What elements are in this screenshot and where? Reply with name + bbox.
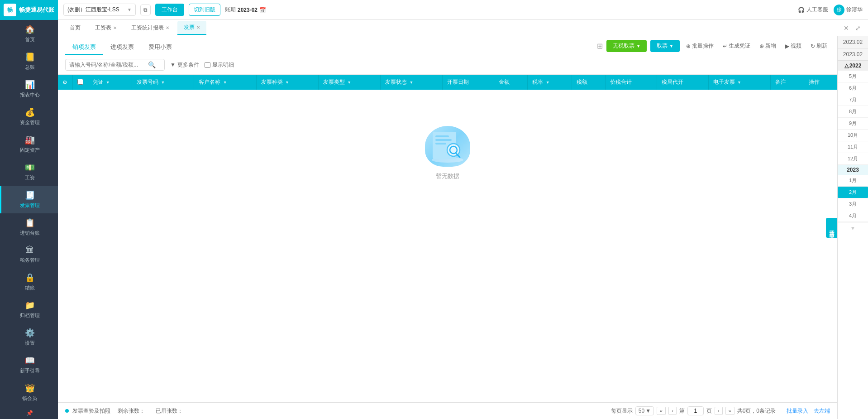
batch-op-button[interactable]: ⊕ 批量操作 bbox=[683, 40, 716, 52]
invoice-status-filter-icon[interactable]: ▼ bbox=[410, 80, 414, 85]
show-detail-checkbox-label[interactable]: 显示明细 bbox=[205, 61, 234, 69]
import-link[interactable]: 批量录入 bbox=[787, 407, 808, 415]
sidebar-item-reports[interactable]: 📊 报表中心 bbox=[0, 75, 58, 103]
month-8[interactable]: 8月 bbox=[838, 106, 868, 118]
invoice-table: ⚙ 凭证 ▼ 发票号码 ▼ bbox=[58, 75, 837, 217]
window-maximize-button[interactable]: ⤢ bbox=[854, 24, 863, 33]
date-sidebar: 2023.02 2023.02 △ 2022 5月 6月 7月 8月 9月 10… bbox=[837, 36, 868, 419]
year-2023-label: 2023 bbox=[838, 165, 868, 175]
month-9[interactable]: 9月 bbox=[838, 118, 868, 130]
window-close-button[interactable]: ✕ bbox=[842, 24, 851, 33]
select-all-checkbox[interactable] bbox=[77, 79, 83, 85]
th-voucher: 凭证 ▼ bbox=[88, 75, 132, 90]
window-controls: ✕ ⤢ bbox=[842, 24, 863, 33]
support-button[interactable]: 🎧 人工客服 bbox=[798, 6, 828, 14]
tab-invoice[interactable]: 发票 ✕ bbox=[177, 21, 206, 35]
more-conditions-button[interactable]: ▼ 更多条件 bbox=[170, 61, 199, 69]
month-12[interactable]: 12月 bbox=[838, 153, 868, 165]
month-2023-1[interactable]: 1月 bbox=[838, 175, 868, 187]
sidebar-item-funds[interactable]: 💰 资金管理 bbox=[0, 103, 58, 130]
refresh-button[interactable]: ↻ 刷新 bbox=[808, 40, 830, 52]
empty-text: 暂无数据 bbox=[436, 172, 459, 180]
page-first-button[interactable]: « bbox=[657, 407, 666, 415]
page-label: 第 bbox=[679, 407, 685, 415]
page-next-button[interactable]: › bbox=[715, 407, 723, 415]
topbar: (勿删）江西股宝-LSS ▼ ⧉ 工作台 切到旧版 账期 2023-02 📅 🎧… bbox=[58, 0, 868, 20]
subtab-purchase-invoice[interactable]: 进项发票 bbox=[103, 40, 141, 55]
page-size-select[interactable]: 50 ▼ bbox=[635, 406, 654, 415]
tab-close-salary-table[interactable]: ✕ bbox=[113, 25, 117, 30]
date-header-1[interactable]: 2023.02 bbox=[838, 36, 868, 48]
tax-rate-filter-icon[interactable]: ▼ bbox=[546, 80, 550, 85]
th-amount: 金额 bbox=[494, 75, 528, 90]
svg-rect-2 bbox=[435, 135, 449, 137]
video-button[interactable]: ▶ 视频 bbox=[782, 40, 804, 52]
sidebar-item-sales[interactable]: 📋 进销台账 bbox=[0, 213, 58, 241]
tab-close-salary-stats[interactable]: ✕ bbox=[166, 25, 169, 30]
invoice-type-filter-icon[interactable]: ▼ bbox=[285, 80, 289, 85]
sidebar-item-unpin[interactable]: 📌 取消固定 bbox=[0, 406, 58, 419]
sidebar-item-archive[interactable]: 📁 归档管理 bbox=[0, 296, 58, 323]
workbench-button[interactable]: 工作台 bbox=[155, 4, 184, 16]
sidebar-item-fixed[interactable]: 🏭 固定资产 bbox=[0, 130, 58, 158]
month-5[interactable]: 5月 bbox=[838, 71, 868, 82]
page-input[interactable] bbox=[687, 406, 704, 415]
remaining-label: 剩余张数： bbox=[118, 407, 145, 415]
th-invoice-category: 发票类型 ▼ bbox=[318, 75, 380, 90]
gen-voucher-button[interactable]: ↵ 生成凭证 bbox=[720, 40, 753, 52]
show-detail-checkbox[interactable] bbox=[205, 62, 210, 68]
page-last-button[interactable]: » bbox=[725, 407, 734, 415]
month-10[interactable]: 10月 bbox=[838, 130, 868, 141]
settings-icon: ⚙️ bbox=[25, 328, 35, 338]
th-remark: 备注 bbox=[770, 75, 804, 90]
sidebar-item-tax[interactable]: 🏛 税务管理 bbox=[0, 241, 58, 268]
tab-close-invoice[interactable]: ✕ bbox=[196, 25, 200, 30]
search-input[interactable] bbox=[69, 62, 146, 68]
month-7[interactable]: 7月 bbox=[838, 94, 868, 106]
customer-filter-icon[interactable]: ▼ bbox=[223, 80, 227, 85]
sidebar-item-guide[interactable]: 📖 新手引导 bbox=[0, 351, 58, 379]
th-settings[interactable]: ⚙ bbox=[58, 75, 72, 90]
date-sidebar-scroll-down[interactable]: ▼ bbox=[838, 222, 868, 234]
month-2023-4[interactable]: 4月 bbox=[838, 210, 868, 222]
page-prev-button[interactable]: ‹ bbox=[668, 407, 677, 415]
month-2023-2[interactable]: 2月 bbox=[838, 187, 868, 198]
invoice-category-filter-icon[interactable]: ▼ bbox=[347, 80, 351, 85]
sidebar-item-home[interactable]: 🏠 首页 bbox=[0, 20, 58, 48]
search-icon[interactable]: 🔍 bbox=[148, 61, 156, 68]
no-tax-ticket-button[interactable]: 无税取票 ▼ bbox=[606, 40, 647, 52]
month-11[interactable]: 11月 bbox=[838, 141, 868, 153]
tab-salary-table[interactable]: 工资表 ✕ bbox=[89, 21, 123, 34]
voucher-filter-icon[interactable]: ▼ bbox=[106, 80, 110, 85]
subtab-sales-invoice[interactable]: 销项发票 bbox=[65, 40, 103, 55]
month-2023-3[interactable]: 3月 bbox=[838, 198, 868, 210]
month-6[interactable]: 6月 bbox=[838, 82, 868, 94]
e-invoice-filter-icon[interactable]: ▼ bbox=[737, 80, 741, 85]
invoice-no-filter-icon[interactable]: ▼ bbox=[161, 80, 165, 85]
th-tax-rate: 税率 ▼ bbox=[528, 75, 572, 90]
sidebar-item-settings[interactable]: ⚙️ 设置 bbox=[0, 323, 58, 351]
company-selector[interactable]: (勿删）江西股宝-LSS ▼ bbox=[63, 4, 136, 16]
th-checkbox[interactable] bbox=[72, 75, 88, 90]
sidebar-item-close-accounts[interactable]: 🔒 结账 bbox=[0, 268, 58, 296]
grid-view-icon[interactable]: ⊞ bbox=[597, 42, 603, 50]
sidebar-item-invoice[interactable]: 🧾 发票管理 bbox=[0, 186, 58, 213]
date-header-2[interactable]: 2023.02 bbox=[838, 48, 868, 61]
subtab-expense-receipt[interactable]: 费用小票 bbox=[141, 40, 179, 55]
tab-home[interactable]: 首页 bbox=[63, 21, 87, 34]
copy-button[interactable]: ⧉ bbox=[140, 5, 151, 15]
period-label: 账期 bbox=[225, 6, 236, 14]
guide-icon: 📖 bbox=[25, 356, 35, 366]
tab-salary-stats[interactable]: 工资统计报表 ✕ bbox=[125, 21, 176, 34]
new-button[interactable]: ⊕ 新增 bbox=[757, 40, 779, 52]
export-link[interactable]: 去左端 bbox=[814, 407, 830, 415]
refresh-icon: ↻ bbox=[811, 43, 815, 49]
sidebar-item-salary[interactable]: 💵 工资 bbox=[0, 158, 58, 186]
switch-version-button[interactable]: 切到旧版 bbox=[189, 4, 220, 16]
sidebar-item-member[interactable]: 👑 畅会员 bbox=[0, 379, 58, 406]
page-content: 销项发票 进项发票 费用小票 ⊞ 无税取票 ▼ 取票 ▼ ⊕ 批量操作 bbox=[58, 36, 837, 419]
sidebar-item-ledger[interactable]: 📒 总账 bbox=[0, 48, 58, 75]
user-avatar[interactable]: 徐 徐溶华 bbox=[834, 5, 863, 15]
subtab-bar: 销项发票 进项发票 费用小票 ⊞ 无税取票 ▼ 取票 ▼ ⊕ 批量操作 bbox=[58, 36, 837, 55]
get-ticket-button[interactable]: 取票 ▼ bbox=[650, 40, 680, 52]
